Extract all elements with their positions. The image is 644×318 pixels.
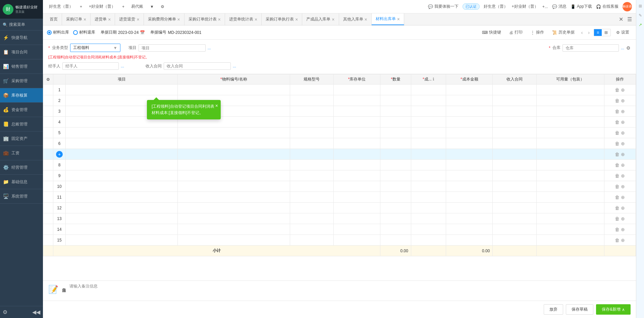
sidebar-item-quick-nav[interactable]: ⚡ 快捷导航 (0, 31, 43, 45)
row-14-spec[interactable] (290, 224, 333, 235)
row-5-material[interactable] (178, 127, 290, 138)
row-14-project[interactable] (66, 224, 178, 235)
row-7-income-contract[interactable] (493, 149, 536, 160)
row-11-spec[interactable] (290, 192, 333, 203)
row-12-cost-price[interactable] (411, 203, 446, 213)
radio-material-out[interactable]: 材料出库 (47, 30, 69, 35)
top-nav-haoshengyi[interactable]: 好生意（普） (47, 4, 75, 9)
tab-more[interactable]: ☰ (626, 15, 633, 24)
row-10-cost-amount[interactable] (446, 181, 493, 192)
row-8-spec[interactable] (290, 160, 333, 170)
tab-purchase-expense[interactable]: 采购费用分摊单 × (144, 13, 184, 25)
row-7-project[interactable] (66, 149, 178, 160)
row-12-material[interactable] (178, 203, 290, 213)
row-6-cost-amount[interactable] (446, 138, 493, 149)
row-2-cost-amount[interactable] (446, 95, 493, 106)
tab-stock-stat[interactable]: 进货单统计表 × (225, 13, 262, 25)
row-15-available-qty[interactable] (536, 235, 604, 246)
settings-button-form[interactable]: ⚙ 设置 (613, 28, 632, 37)
row-14-qty[interactable] (380, 224, 411, 235)
sidebar-item-finance[interactable]: 💰 资金管理 (0, 103, 43, 117)
row-2-spec[interactable] (290, 95, 333, 106)
row-8-material[interactable] (178, 160, 290, 170)
row-delete-14[interactable]: 🗑 (615, 227, 620, 232)
row-6-qty[interactable] (380, 138, 411, 149)
tab-other-in[interactable]: 其他入库单 × (339, 13, 372, 25)
haoshengyi2-link[interactable]: 好生意（普） (484, 4, 508, 9)
row-15-spec[interactable] (290, 235, 333, 246)
row-copy-2[interactable]: ⊕ (621, 98, 625, 103)
form-view-button[interactable]: ⊞ (602, 29, 610, 36)
row-6-unit[interactable] (333, 138, 380, 149)
remarks-input[interactable] (69, 283, 631, 297)
tab-close-stock-return[interactable]: × (137, 17, 139, 22)
tab-material-out[interactable]: 材料出库单 × (372, 13, 404, 25)
row-5-income-contract[interactable] (493, 127, 536, 138)
row-15-income-contract[interactable] (493, 235, 536, 246)
row-4-spec[interactable] (290, 117, 333, 127)
row-6-cost-price[interactable] (411, 138, 446, 149)
history-button[interactable]: 📜 历史单据 (549, 28, 577, 37)
row-9-cost-price[interactable] (411, 170, 446, 181)
row-11-qty[interactable] (380, 192, 411, 203)
row-copy-3[interactable]: ⊕ (621, 109, 625, 114)
row-3-spec[interactable] (290, 106, 333, 117)
row-13-cost-price[interactable] (411, 213, 446, 224)
row-8-available-qty[interactable] (536, 160, 604, 170)
top-nav-haoyecai[interactable]: +好业财（普） (87, 4, 117, 9)
handler-more[interactable]: ... (121, 64, 124, 68)
row-4-cost-price[interactable] (411, 117, 446, 127)
row-3-cost-price[interactable] (411, 106, 446, 117)
row-3-cost-amount[interactable] (446, 106, 493, 117)
row-7-cost-amount[interactable] (446, 149, 493, 160)
row-11-cost-price[interactable] (411, 192, 446, 203)
row-13-spec[interactable] (290, 213, 333, 224)
row-copy-14[interactable]: ⊕ (621, 227, 625, 232)
row-11-available-qty[interactable] (536, 192, 604, 203)
row-12-spec[interactable] (290, 203, 333, 213)
row-8-cost-amount[interactable] (446, 160, 493, 170)
settings-button[interactable]: ⚙ (3, 309, 7, 315)
row-5-available-qty[interactable] (536, 127, 604, 138)
row-13-cost-amount[interactable] (446, 213, 493, 224)
row-2-unit[interactable] (333, 95, 380, 106)
warehouse-more[interactable]: ... (621, 46, 624, 50)
row-1-project[interactable] (66, 85, 178, 95)
row-9-cost-amount[interactable] (446, 170, 493, 181)
row-9-income-contract[interactable] (493, 170, 536, 181)
row-3-unit[interactable] (333, 106, 380, 117)
row-copy-7[interactable]: ⊕ (621, 152, 625, 157)
row-10-unit[interactable] (333, 181, 380, 192)
row-4-unit[interactable] (333, 117, 380, 127)
certified-badge[interactable]: 已认证 (463, 3, 480, 10)
row-copy-5[interactable]: ⊕ (621, 130, 625, 136)
tab-close-stock-stat[interactable]: × (255, 17, 257, 22)
tab-close-stock-in[interactable]: × (108, 17, 111, 22)
tab-close-other-in[interactable]: × (365, 17, 367, 22)
row-9-available-qty[interactable] (536, 170, 604, 181)
row-9-spec[interactable] (290, 170, 333, 181)
sidebar-item-inventory[interactable]: 📦 库存核算 (0, 88, 43, 103)
row-5-unit[interactable] (333, 127, 380, 138)
row-1-available-qty[interactable] (536, 85, 604, 95)
haoyecai2-link[interactable]: +好业财（普） (512, 4, 538, 9)
row-14-material[interactable] (178, 224, 290, 235)
experience-link[interactable]: 💬 我要体验一下 (428, 4, 459, 9)
discard-button[interactable]: 放弃 (544, 304, 563, 315)
row-7-material[interactable] (178, 149, 290, 160)
row-copy-6[interactable]: ⊕ (621, 141, 625, 146)
tab-purchase-exec[interactable]: 采购订单执行表 × (262, 13, 302, 25)
sidebar-item-project-contract[interactable]: 📋 项目合同 (0, 45, 43, 59)
sidebar-search[interactable]: 🔍 搜索菜单 (0, 19, 43, 31)
row-copy-8[interactable]: ⊕ (621, 162, 625, 168)
print-button[interactable]: 🖨 打印 (506, 28, 525, 37)
income-contract-input[interactable] (164, 62, 231, 70)
sidebar-item-ledger[interactable]: 📒 总账管理 (0, 117, 43, 131)
calendar-icon[interactable]: 📅 (140, 30, 145, 35)
online-service-link[interactable]: 🎧 在线客服 (596, 4, 619, 9)
tab-close-purchase-stat[interactable]: × (218, 17, 221, 22)
row-13-available-qty[interactable] (536, 213, 604, 224)
tab-close-all[interactable]: ✕ (618, 15, 625, 24)
user-avatar[interactable]: 畅捷通8号... (623, 2, 632, 11)
tooltip-close[interactable]: × (215, 102, 218, 109)
